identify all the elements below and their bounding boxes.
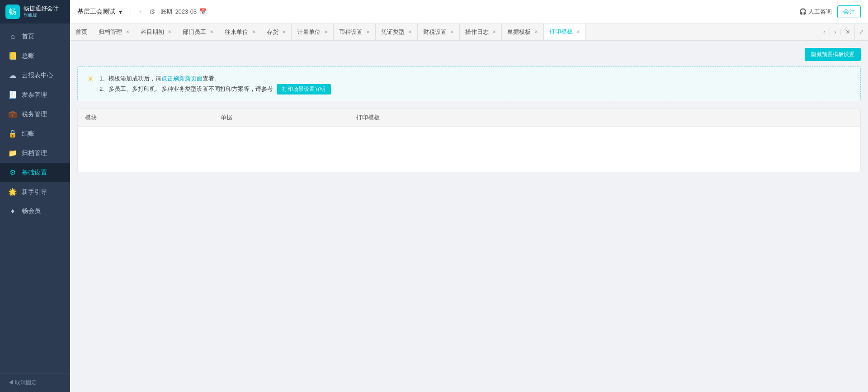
- topbar-actions: ＋ ⚙: [138, 8, 155, 16]
- nav-label-invoice: 发票管理: [22, 91, 47, 99]
- topbar-right: 🎧 人工咨询 会计: [799, 5, 861, 18]
- tab-currency[interactable]: 币种设置✕: [334, 24, 376, 40]
- sidebar-item-basic[interactable]: ⚙基础设置: [0, 163, 70, 182]
- tab-label-print_template: 打印模板: [549, 28, 573, 36]
- print-template-table: 模块 单据 打印模板: [77, 109, 861, 172]
- tab-close-currency[interactable]: ✕: [366, 29, 370, 34]
- sidebar-item-guide[interactable]: 🌟新手引导: [0, 182, 70, 202]
- sidebar-item-member[interactable]: ♦畅会员: [0, 202, 70, 221]
- service-label: 人工咨询: [808, 8, 832, 16]
- nav-icon-reports: ☁: [8, 71, 17, 80]
- table-header: 模块 单据 打印模板: [78, 109, 860, 127]
- tab-subject[interactable]: 科目期初✕: [135, 24, 177, 40]
- tab-inventory[interactable]: 存货✕: [261, 24, 292, 40]
- tab-label-operation_log: 操作日志: [465, 28, 489, 36]
- sidebar-item-archive[interactable]: 📁归档管理: [0, 143, 70, 163]
- tab-department[interactable]: 部门员工✕: [177, 24, 219, 40]
- sidebar-item-home[interactable]: ⌂首页: [0, 27, 70, 46]
- tab-voucher_type[interactable]: 凭证类型✕: [376, 24, 418, 40]
- tab-operation_log[interactable]: 操作日志✕: [460, 24, 502, 40]
- sidebar-item-tax[interactable]: 💼税务管理: [0, 104, 70, 124]
- nav-icon-archive: 📁: [8, 149, 17, 157]
- info-line-2: 2、多员工、多打印机、多种业务类型设置不同打印方案等，请参考 打印场景设置宜明: [99, 84, 851, 94]
- headset-icon: 🎧: [799, 8, 807, 15]
- nav-icon-ledger: 📒: [8, 52, 17, 60]
- sidebar: 畅 畅捷通好会计 旗舰版 ⌂首页📒总账☁云报表中心🧾发票管理💼税务管理🔒结账📁归…: [0, 0, 70, 392]
- company-selector[interactable]: 基层工会测试 ▾: [77, 8, 122, 16]
- settings-icon[interactable]: ⚙: [149, 8, 155, 16]
- period-value: 2023-03: [175, 8, 197, 15]
- add-icon[interactable]: ＋: [138, 8, 144, 16]
- tab-close-print_template[interactable]: ✕: [576, 29, 580, 34]
- nav-label-home: 首页: [22, 33, 34, 41]
- nav-label-closing: 结账: [22, 130, 34, 138]
- sidebar-unpin[interactable]: ◀ 取消固定: [0, 373, 70, 392]
- tab-close-department[interactable]: ✕: [210, 29, 213, 34]
- tab-single_template[interactable]: 单据模板✕: [502, 24, 544, 40]
- service-button[interactable]: 🎧 人工咨询: [799, 8, 832, 16]
- tab-tax_settings[interactable]: 财税设置✕: [418, 24, 460, 40]
- app-version: 旗舰版: [24, 12, 59, 19]
- tab-unit[interactable]: 计量单位✕: [292, 24, 334, 40]
- col-print-template: 打印模板: [349, 109, 860, 126]
- nav-label-ledger: 总账: [22, 52, 34, 60]
- table-body: [78, 127, 860, 172]
- tab-label-voucher_type: 凭证类型: [381, 28, 405, 36]
- calendar-icon: 📅: [199, 8, 207, 15]
- nav-icon-member: ♦: [8, 207, 17, 215]
- tab-print_template[interactable]: 打印模板✕: [544, 24, 586, 41]
- sidebar-item-ledger[interactable]: 📒总账: [0, 46, 70, 66]
- tab-label-contact: 往来单位: [225, 28, 248, 36]
- nav-label-tax: 税务管理: [22, 110, 47, 118]
- nav-label-reports: 云报表中心: [22, 71, 53, 80]
- bulb-icon: ☀: [87, 74, 94, 84]
- tab-close-single_template[interactable]: ✕: [534, 29, 538, 34]
- app-logo: 畅 畅捷通好会计 旗舰版: [0, 0, 70, 24]
- col-module: 模块: [78, 109, 213, 126]
- tab-close-inventory[interactable]: ✕: [282, 29, 286, 34]
- period-selector[interactable]: 账期 2023-03 📅: [160, 8, 207, 16]
- tab-actions: ‹ › ✕ ⤢: [819, 24, 868, 40]
- sidebar-item-closing[interactable]: 🔒结账: [0, 124, 70, 143]
- tab-prev-btn[interactable]: ‹: [819, 28, 830, 35]
- info-line2-prefix: 2、多员工、多打印机、多种业务类型设置不同打印方案等，请参考: [99, 85, 273, 92]
- tab-close-subject[interactable]: ✕: [168, 29, 171, 34]
- info-line1-suffix: 查看。: [203, 75, 220, 82]
- tab-close-voucher_type[interactable]: ✕: [408, 29, 412, 34]
- tab-close-tax_settings[interactable]: ✕: [450, 29, 454, 34]
- account-button[interactable]: 会计: [837, 5, 861, 18]
- topbar-divider: |: [129, 8, 131, 15]
- hide-template-button[interactable]: 隐藏预置模板设置: [805, 48, 861, 61]
- tab-close-btn[interactable]: ✕: [841, 24, 854, 41]
- tab-close-contact[interactable]: ✕: [252, 29, 255, 34]
- print-scene-button[interactable]: 打印场景设置宜明: [277, 84, 331, 94]
- nav-icon-guide: 🌟: [8, 188, 17, 196]
- nav-icon-basic: ⚙: [8, 168, 17, 177]
- tab-label-single_template: 单据模板: [507, 28, 531, 36]
- tabbar: 首页归档管理✕科目期初✕部门员工✕往来单位✕存货✕计量单位✕币种设置✕凭证类型✕…: [70, 24, 868, 41]
- tab-close-operation_log[interactable]: ✕: [492, 29, 496, 34]
- sidebar-item-invoice[interactable]: 🧾发票管理: [0, 85, 70, 104]
- nav-label-basic: 基础设置: [22, 169, 47, 177]
- tab-archive[interactable]: 归档管理✕: [93, 24, 135, 40]
- tab-close-archive[interactable]: ✕: [126, 29, 129, 34]
- tab-label-subject: 科目期初: [141, 28, 164, 36]
- chevron-down-icon: ▾: [119, 8, 122, 15]
- tab-next-btn[interactable]: ›: [830, 28, 841, 35]
- content-area: 隐藏预置模板设置 ☀ 1、模板添加成功后，请点击刷新新页面查看。 2、多员工、多…: [70, 41, 868, 392]
- nav-label-archive: 归档管理: [22, 149, 47, 157]
- info-line-1: 1、模板添加成功后，请点击刷新新页面查看。: [99, 73, 851, 84]
- nav-label-member: 畅会员: [22, 207, 41, 215]
- sidebar-item-reports[interactable]: ☁云报表中心: [0, 66, 70, 85]
- nav-icon-home: ⌂: [8, 33, 17, 41]
- tab-expand-btn[interactable]: ⤢: [854, 24, 868, 41]
- tab-label-unit: 计量单位: [297, 28, 321, 36]
- info-content: 1、模板添加成功后，请点击刷新新页面查看。 2、多员工、多打印机、多种业务类型设…: [99, 73, 851, 94]
- refresh-link[interactable]: 点击刷新新页面: [161, 75, 203, 82]
- tab-close-unit[interactable]: ✕: [324, 29, 328, 34]
- tab-home[interactable]: 首页: [70, 24, 93, 40]
- tab-contact[interactable]: 往来单位✕: [219, 24, 261, 40]
- period-label: 账期: [160, 8, 172, 16]
- info-line1-prefix: 1、模板添加成功后，请: [99, 75, 161, 82]
- nav-icon-tax: 💼: [8, 110, 17, 118]
